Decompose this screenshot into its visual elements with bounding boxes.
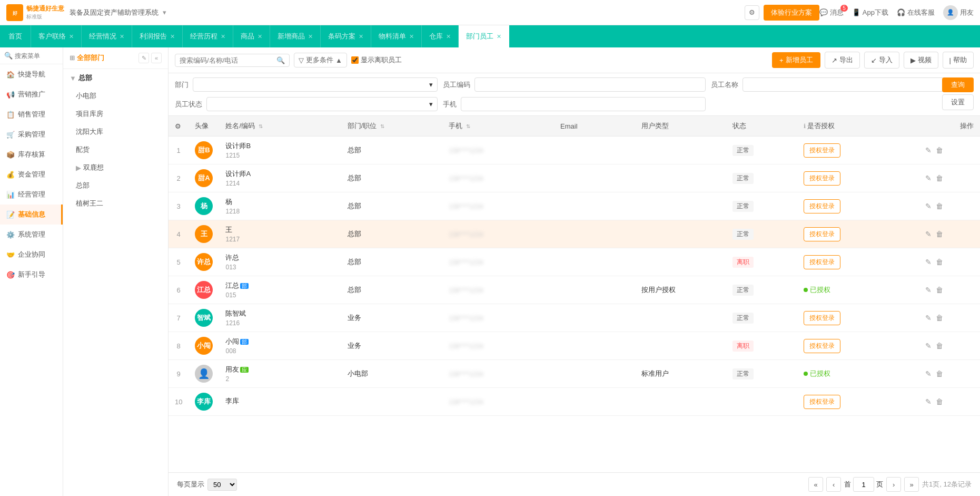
delete-icon[interactable]: 🗑	[936, 230, 943, 238]
edit-icon[interactable]: ✎	[925, 314, 932, 322]
auth-login-button[interactable]: 授权登录	[804, 171, 840, 186]
dropdown-arrow-icon[interactable]: ▾	[163, 8, 166, 16]
more-filter-button[interactable]: ▽ 更多条件 ▲	[294, 53, 347, 67]
online-service-button[interactable]: 🎧 在线客服	[897, 8, 935, 17]
tab-customer[interactable]: 客户联络 ✕	[31, 25, 82, 47]
export-button[interactable]: ↗ 导出	[825, 52, 860, 69]
import-button[interactable]: ↙ 导入	[864, 52, 899, 69]
close-operation-tab-icon[interactable]: ✕	[120, 33, 124, 40]
dept-tree-item-planting[interactable]: 植树王二	[63, 194, 168, 212]
auth-login-button[interactable]: 授权登录	[804, 143, 840, 158]
auth-login-button[interactable]: 授权登录	[804, 199, 840, 213]
edit-icon[interactable]: ✎	[925, 397, 932, 406]
video-button[interactable]: ▶ 视频	[904, 52, 938, 69]
sidebar-item-guide[interactable]: 🎯 新手引导	[0, 265, 63, 285]
col-header-name[interactable]: 姓名/编码 ⇅	[219, 116, 341, 137]
help-button[interactable]: | 帮助	[943, 52, 974, 69]
dept-filter-select[interactable]: ▾	[193, 77, 438, 92]
dept-tree-item-project[interactable]: 项目库房	[63, 105, 168, 123]
edit-icon[interactable]: ✎	[925, 258, 932, 266]
tab-add-product[interactable]: 新增商品 ✕	[270, 25, 321, 47]
tab-barcode[interactable]: 条码方案 ✕	[321, 25, 371, 47]
delete-icon[interactable]: 🗑	[936, 258, 943, 266]
delete-icon[interactable]: 🗑	[936, 286, 943, 294]
delete-icon[interactable]: 🗑	[936, 314, 943, 322]
close-history-tab-icon[interactable]: ✕	[221, 33, 225, 40]
sidebar-item-operations[interactable]: 📊 经营管理	[0, 184, 63, 205]
edit-icon[interactable]: ✎	[925, 146, 932, 154]
edit-icon[interactable]: ✎	[925, 174, 932, 182]
sidebar-item-marketing[interactable]: 📢 营销推广	[0, 84, 63, 104]
sidebar-item-quicknav[interactable]: 🏠 快捷导航	[0, 64, 63, 84]
emp-code-filter-input[interactable]	[474, 77, 706, 92]
tab-employees[interactable]: 部门员工 ✕	[459, 25, 509, 47]
delete-icon[interactable]: 🗑	[936, 146, 943, 154]
search-input[interactable]	[180, 56, 274, 64]
message-button[interactable]: 💬 消息 5	[819, 8, 844, 17]
tab-bom[interactable]: 物料清单 ✕	[371, 25, 422, 47]
close-barcode-tab-icon[interactable]: ✕	[359, 33, 363, 40]
close-add-product-tab-icon[interactable]: ✕	[308, 33, 313, 40]
auth-login-button[interactable]: 授权登录	[804, 311, 840, 325]
tab-profit[interactable]: 利润报告 ✕	[132, 25, 183, 47]
set-button[interactable]: 设置	[942, 94, 974, 110]
col-header-phone[interactable]: 手机 ⇅	[442, 116, 554, 137]
delete-icon[interactable]: 🗑	[936, 369, 943, 378]
dept-edit-button[interactable]: ✎	[138, 53, 149, 63]
settings-gear-button[interactable]: ⚙	[745, 5, 759, 20]
first-page-button[interactable]: «	[808, 477, 823, 492]
trial-button[interactable]: 体验行业方案	[764, 5, 819, 21]
page-size-select[interactable]: 50 100 200	[207, 479, 237, 491]
edit-icon[interactable]: ✎	[925, 230, 932, 238]
user-menu[interactable]: 👤 用友	[943, 5, 974, 20]
emp-status-filter-select[interactable]: ▾	[206, 97, 438, 111]
show-resigned-checkbox-label[interactable]: 显示离职员工	[351, 55, 402, 65]
close-customer-tab-icon[interactable]: ✕	[69, 33, 74, 40]
edit-icon[interactable]: ✎	[925, 202, 932, 210]
tab-warehouse[interactable]: 仓库 ✕	[422, 25, 459, 47]
sidebar-item-purchase[interactable]: 🛒 采购管理	[0, 124, 63, 144]
phone-filter-input[interactable]	[461, 97, 706, 111]
next-page-button[interactable]: ›	[886, 477, 901, 492]
tab-products[interactable]: 商品 ✕	[233, 25, 270, 47]
sidebar-item-sales[interactable]: 📋 销售管理	[0, 104, 63, 124]
auth-login-button[interactable]: 授权登录	[804, 339, 840, 353]
sidebar-item-basic[interactable]: 📝 基础信息	[0, 205, 63, 225]
sidebar-item-finance[interactable]: 💰 资金管理	[0, 164, 63, 184]
dept-tree-item-deer[interactable]: ▶ 双鹿想	[63, 159, 168, 177]
page-number-input[interactable]	[853, 477, 874, 492]
auth-login-button[interactable]: 授权登录	[804, 255, 840, 269]
close-products-tab-icon[interactable]: ✕	[258, 33, 262, 40]
sidebar-search-input[interactable]	[15, 52, 58, 60]
dept-tree-item-hq2[interactable]: 总部	[63, 177, 168, 194]
auth-login-button[interactable]: 授权登录	[804, 227, 840, 241]
dept-tree-item-electronics[interactable]: 小电部	[63, 87, 168, 105]
dept-tree-item-hq[interactable]: ▼ 总部	[63, 69, 168, 87]
edit-icon[interactable]: ✎	[925, 286, 932, 294]
dept-collapse-button[interactable]: «	[151, 53, 162, 63]
dept-tree-item-distribution[interactable]: 配货	[63, 141, 168, 159]
dept-tree-item-shenyang[interactable]: 沈阳大库	[63, 123, 168, 141]
emp-name-filter-input[interactable]	[743, 77, 974, 92]
close-warehouse-tab-icon[interactable]: ✕	[446, 33, 451, 40]
query-button[interactable]: 查询	[942, 77, 974, 92]
sidebar-item-collab[interactable]: 🤝 企业协同	[0, 245, 63, 265]
last-page-button[interactable]: »	[904, 477, 919, 492]
delete-icon[interactable]: 🗑	[936, 202, 943, 210]
show-resigned-checkbox[interactable]	[351, 56, 359, 64]
tab-home[interactable]: 首页	[0, 25, 31, 47]
col-header-dept[interactable]: 部门/职位 ⇅	[341, 116, 443, 137]
edit-icon[interactable]: ✎	[925, 369, 932, 378]
search-icon[interactable]: 🔍	[276, 56, 285, 64]
delete-icon[interactable]: 🗑	[936, 397, 943, 406]
delete-icon[interactable]: 🗑	[936, 342, 943, 350]
auth-login-button[interactable]: 授权登录	[804, 395, 840, 409]
prev-page-button[interactable]: ‹	[826, 477, 841, 492]
edit-icon[interactable]: ✎	[925, 342, 932, 350]
tab-operation[interactable]: 经营情况 ✕	[82, 25, 132, 47]
add-employee-button[interactable]: + 新增员工	[772, 52, 820, 68]
delete-icon[interactable]: 🗑	[936, 174, 943, 182]
settings-col-icon[interactable]: ⚙	[175, 122, 181, 130]
close-bom-tab-icon[interactable]: ✕	[409, 33, 414, 40]
close-profit-tab-icon[interactable]: ✕	[170, 33, 175, 40]
